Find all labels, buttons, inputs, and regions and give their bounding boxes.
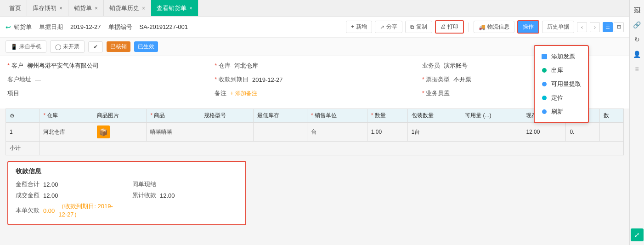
overdue-label: 本单欠款 bbox=[16, 206, 40, 215]
outbound-item[interactable]: 出库 bbox=[535, 63, 588, 77]
phone-icon: 📱 bbox=[11, 44, 17, 50]
not-opened-button[interactable]: ◯ 未开票 bbox=[50, 40, 85, 53]
refresh-icon bbox=[541, 108, 548, 115]
single-settle-row: 同单现结 — bbox=[132, 180, 238, 188]
operations-button[interactable]: 操作 bbox=[517, 20, 539, 34]
single-settle-label: 同单现结 bbox=[132, 180, 156, 188]
tab-bar: 首页 库存期初 × 销货单 × 销货单历史 × 查看销货单 × × bbox=[0, 0, 644, 17]
cumulative-label: 累计收款 bbox=[132, 191, 156, 199]
row-min-stock bbox=[254, 123, 307, 142]
form-row-1: * 客户 柳州粤港平安气体有限公司 * 仓库 河北仓库 业务员 演示账号 bbox=[7, 62, 622, 70]
tab-view-sales[interactable]: 查看销货单 × bbox=[151, 0, 198, 16]
close-sales-order-tab[interactable]: × bbox=[95, 5, 98, 11]
row-num: 1 bbox=[6, 123, 40, 142]
warehouse-value[interactable]: 河北仓库 bbox=[234, 62, 258, 70]
next-arrow[interactable]: › bbox=[590, 22, 600, 32]
tab-home[interactable]: 首页 bbox=[4, 0, 27, 16]
grid-view-icon[interactable]: ⊞ bbox=[614, 22, 624, 32]
link-sidebar-icon[interactable]: 🔗 bbox=[631, 18, 644, 31]
row-quantity: 1.00 bbox=[367, 123, 407, 142]
close-view-sales-tab[interactable]: × bbox=[189, 5, 192, 11]
close-inventory-tab[interactable]: × bbox=[59, 5, 62, 11]
cumulative-value: 12.00 bbox=[160, 192, 175, 199]
address-value[interactable]: — bbox=[35, 76, 41, 83]
copy-button[interactable]: ⧉ 复制 bbox=[405, 21, 432, 33]
tab-inventory-start[interactable]: 库存期初 × bbox=[27, 0, 68, 16]
summary-grid: 金额合计 12.00 同单现结 — 成交金额 12.00 累计收款 12.00 … bbox=[16, 180, 238, 219]
customer-label: * 客户 bbox=[7, 62, 23, 70]
total-amount-value: 12.00 bbox=[43, 181, 58, 188]
customer-value[interactable]: 柳州粤港平安气体有限公司 bbox=[27, 62, 99, 70]
note-label: 备注 bbox=[215, 89, 226, 97]
col-settings[interactable]: ⚙ bbox=[6, 109, 40, 123]
summary-box: 收款信息 金额合计 12.00 同单现结 — 成交金额 12.00 累计收款 1… bbox=[7, 161, 246, 225]
col-product-img: 商品图片 bbox=[93, 109, 147, 123]
deal-amount-row: 成交金额 12.00 bbox=[16, 191, 121, 199]
col-spec: 规格型号 bbox=[200, 109, 254, 123]
note-field: 备注 + 添加备注 bbox=[215, 89, 414, 97]
doc-title-text: 销货单 bbox=[14, 23, 32, 31]
right-sidebar: 🖼 🔗 ↻ 👤 ≡ ⤢ bbox=[629, 0, 644, 245]
product-img-icon: 📦 bbox=[99, 128, 108, 137]
effective-status-text: 已生效 bbox=[138, 43, 154, 51]
divider bbox=[469, 23, 469, 32]
deal-amount-value: 12.00 bbox=[43, 192, 58, 199]
overdue-note: （收款到期日: 2019-12-27） bbox=[58, 202, 121, 219]
available-qty-item[interactable]: 可用量提取 bbox=[535, 77, 588, 91]
print-button[interactable]: 🖨 打印 bbox=[435, 20, 464, 34]
add-note-button[interactable]: + 添加备注 bbox=[230, 90, 257, 97]
operations-dropdown: 添加发票 出库 可用量提取 定位 刷新 bbox=[534, 45, 589, 123]
row-available bbox=[461, 123, 522, 142]
from-phone-button[interactable]: 📱 来自手机 bbox=[6, 40, 46, 53]
checkmark-button[interactable]: ✔ bbox=[88, 41, 103, 52]
salesperson-label: 业务员 bbox=[422, 62, 440, 70]
number-label: 单据编号 bbox=[108, 23, 132, 31]
overdue-row: 本单欠款 0.00 （收款到期日: 2019-12-27） bbox=[16, 202, 121, 219]
row-stock: 12.00 bbox=[522, 123, 566, 142]
address-field: 客户地址 — bbox=[7, 75, 207, 84]
col-warehouse: * 仓库 bbox=[40, 109, 93, 123]
date-label: 单据日期 bbox=[39, 23, 63, 31]
tab-sales-order[interactable]: 销货单 × bbox=[68, 0, 104, 16]
form-row-2: 客户地址 — * 收款到期日 2019-12-27 * 票据类型 不开票 bbox=[7, 75, 622, 84]
expand-sidebar-icon[interactable]: ⤢ bbox=[631, 228, 644, 241]
row-unit-price: 0. bbox=[566, 123, 599, 142]
rotate-sidebar-icon[interactable]: ↻ bbox=[631, 33, 644, 46]
new-button[interactable]: + 新增 bbox=[346, 21, 372, 33]
cumulative-row: 累计收款 12.00 bbox=[132, 191, 238, 199]
available-qty-icon bbox=[541, 81, 548, 87]
col-available: 可用量 (...) bbox=[461, 109, 522, 123]
add-invoice-item[interactable]: 添加发票 bbox=[535, 50, 588, 63]
project-value[interactable]: — bbox=[23, 90, 29, 97]
add-invoice-icon bbox=[541, 53, 548, 60]
prev-arrow[interactable]: ‹ bbox=[577, 22, 587, 32]
duedate-field: * 收款到期日 2019-12-27 bbox=[215, 75, 414, 84]
close-sales-history-tab[interactable]: × bbox=[142, 5, 145, 11]
product-table: ⚙ * 仓库 商品图片 * 商品 规格型号 最低库存 * 销售单位 * 数量 包… bbox=[6, 108, 624, 155]
total-amount-row: 金额合计 12.00 bbox=[16, 180, 121, 188]
project-label: 项目 bbox=[7, 89, 19, 97]
salesperson-value: 演示账号 bbox=[444, 62, 468, 70]
locate-item[interactable]: 定位 bbox=[535, 91, 588, 105]
doc-header: ↩ 销货单 单据日期 2019-12-27 单据编号 SA-20191227-0… bbox=[0, 17, 629, 38]
list-view-icon[interactable]: ☰ bbox=[603, 22, 613, 32]
list-sidebar-icon[interactable]: ≡ bbox=[631, 63, 644, 75]
invoice-type-field: * 票据类型 不开票 bbox=[422, 75, 622, 84]
row-unit: 台 bbox=[307, 123, 367, 142]
history-button[interactable]: 历史单据 bbox=[542, 21, 574, 33]
col-quantity: * 数量 bbox=[367, 109, 407, 123]
tab-sales-history[interactable]: 销货单历史 × bbox=[104, 0, 151, 16]
col-amount: 数 bbox=[599, 109, 623, 123]
share-button[interactable]: ↗ 分享 bbox=[375, 21, 402, 33]
duedate-value[interactable]: 2019-12-27 bbox=[252, 76, 283, 83]
invoice-type-value[interactable]: 不开票 bbox=[453, 75, 471, 84]
image-sidebar-icon[interactable]: 🖼 bbox=[631, 4, 644, 17]
copy-icon: ⧉ bbox=[410, 24, 414, 30]
product-image: 📦 bbox=[97, 125, 110, 138]
refresh-item[interactable]: 刷新 bbox=[535, 105, 588, 119]
logistics-button[interactable]: 🚚 物流信息 bbox=[474, 21, 514, 33]
person-sidebar-icon[interactable]: 👤 bbox=[631, 48, 644, 61]
subtotal-row: 小计 bbox=[6, 142, 624, 155]
warehouse-label: * 仓库 bbox=[215, 62, 231, 70]
sold-status-text: 已核销 bbox=[110, 43, 127, 51]
